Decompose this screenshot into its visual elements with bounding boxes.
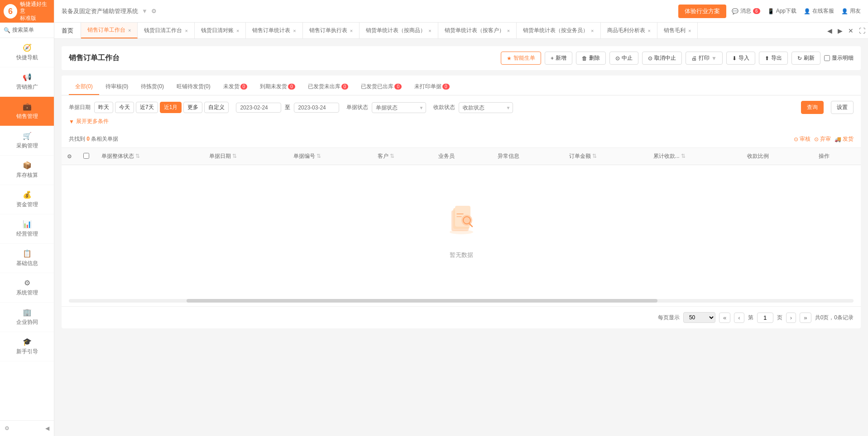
filter-tab-not-printed[interactable]: 未打印单据0	[408, 79, 456, 95]
filter-tab-overdue-not-shipped[interactable]: 到期未发货0	[254, 79, 302, 95]
smart-create-button[interactable]: ★ 智能生单	[501, 52, 541, 65]
industry-solution-button[interactable]: 体验行业方案	[678, 5, 726, 18]
system-title: 装备及固定资产辅助管理系统 ▼ ⚙	[62, 7, 673, 15]
last-page-button[interactable]: »	[800, 313, 811, 323]
tab-sales-stats-customer[interactable]: 销货单统计表（按客户）×	[438, 23, 517, 38]
date-yesterday-button[interactable]: 昨天	[94, 102, 113, 113]
sidebar-item-base-info[interactable]: 📋基础信息	[0, 244, 54, 273]
filter-tab-pending-inspect[interactable]: 待拣货(0)	[134, 79, 170, 95]
main-content: 装备及固定资产辅助管理系统 ▼ ⚙ 体验行业方案 💬 消息 6 📱 App下载 …	[54, 0, 868, 436]
online-service-button[interactable]: 👤 在线客服	[804, 7, 834, 15]
tab-close-sales-stats-staff[interactable]: ×	[591, 28, 594, 33]
sidebar-item-quick-nav[interactable]: 🧭快捷导航	[0, 38, 54, 67]
prev-page-button[interactable]: ‹	[734, 313, 744, 323]
date-7days-button[interactable]: 近7天	[136, 102, 158, 113]
status-select[interactable]: 单据状态	[372, 102, 426, 113]
col-date: 单据日期⇅	[204, 148, 288, 165]
show-detail-input[interactable]	[824, 55, 830, 61]
filter-tab-not-shipped[interactable]: 未发货0	[217, 79, 254, 95]
delete-button[interactable]: 🗑删除	[576, 52, 606, 65]
next-page-button[interactable]: ›	[786, 313, 796, 323]
page-number-input[interactable]	[757, 313, 773, 323]
date-range-buttons: 昨天 今天 近7天 近1月 更多 自定义	[94, 102, 229, 113]
tab-close-sales-stats-product[interactable]: ×	[428, 28, 431, 33]
tab-maximize-button[interactable]: ⛶	[856, 24, 868, 38]
page-content: 销售订单工作台 ★ 智能生单 +新增 🗑删除 ⊙中止 ⊙取消中止	[54, 39, 868, 436]
app-download-button[interactable]: 📱 App下载	[767, 7, 796, 15]
tab-close-all-button[interactable]: ✕	[845, 24, 856, 38]
settings-icon[interactable]: ⚙	[5, 425, 10, 431]
collapse-icon[interactable]: ◀	[45, 425, 49, 431]
tab-sales-stats-staff[interactable]: 销货单统计表（按业务员）×	[517, 23, 600, 38]
sidebar-item-operations[interactable]: 📊经营管理	[0, 214, 54, 244]
show-detail-checkbox[interactable]: 显示明细	[824, 54, 854, 62]
sidebar-item-sales[interactable]: 💼销售管理	[0, 97, 54, 126]
date-more-button[interactable]: 更多	[183, 102, 202, 113]
tab-close-cash-daily[interactable]: ×	[185, 28, 187, 33]
page-size-select[interactable]: 50 20 100	[683, 312, 715, 323]
tab-sales-stats-product[interactable]: 销货单统计表（按商品）×	[360, 23, 438, 38]
tab-close-sales-exec[interactable]: ×	[350, 28, 353, 33]
sidebar-item-inventory[interactable]: 📦库存核算	[0, 156, 54, 185]
export-button[interactable]: ⬆导出	[759, 52, 788, 65]
settings-button[interactable]: 设置	[831, 101, 854, 114]
tab-prev-button[interactable]: ◀	[825, 24, 835, 38]
tab-next-button[interactable]: ▶	[835, 24, 845, 38]
filter-tab-pending-review[interactable]: 待审核(0)	[99, 79, 135, 95]
tab-close-sales-stats[interactable]: ×	[293, 28, 296, 33]
col-settings-icon[interactable]: ⚙	[67, 153, 72, 160]
sidebar-item-marketing[interactable]: 📢营销推广	[0, 67, 54, 97]
sidebar-item-enterprise[interactable]: 🏢企业协同	[0, 303, 54, 332]
select-all-checkbox[interactable]	[83, 153, 89, 159]
refresh-button[interactable]: ↻刷新	[791, 52, 820, 65]
filter-tab-shipped-out[interactable]: 已发货已出库0	[355, 79, 408, 95]
revoke-button[interactable]: ⊙ 弃审	[814, 135, 831, 143]
print-button[interactable]: 🖨打印 ▼	[686, 52, 723, 65]
query-button[interactable]: 查询	[801, 101, 824, 114]
add-button[interactable]: +新增	[545, 52, 572, 65]
tab-close-sales-stats-customer[interactable]: ×	[507, 28, 510, 33]
messages-button[interactable]: 💬 消息 6	[732, 7, 760, 15]
date-end-input[interactable]	[294, 103, 339, 113]
sidebar-item-beginner[interactable]: 🎓新手引导	[0, 332, 54, 361]
table-count: 共找到 0 条相关单据	[69, 135, 118, 143]
tab-product-margin[interactable]: 商品毛利分析表×	[601, 23, 657, 38]
date-start-input[interactable]	[236, 103, 281, 113]
revoke-icon: ⊙	[814, 136, 819, 142]
date-1month-button[interactable]: 近1月	[160, 102, 182, 113]
sidebar-item-purchase[interactable]: 🛒采购管理	[0, 126, 54, 156]
expand-conditions-button[interactable]: ▼ 展开更多条件	[69, 118, 854, 125]
import-button[interactable]: ⬇导入	[726, 52, 755, 65]
table-bulk-actions: ⊙ 审核 ⊙ 弃审 🚚 发货	[794, 135, 854, 143]
cancel-stop-button[interactable]: ⊙取消中止	[642, 52, 682, 65]
sidebar-item-finance[interactable]: 💰资金管理	[0, 185, 54, 214]
filter-tab-all[interactable]: 全部(0)	[69, 79, 99, 95]
date-custom-button[interactable]: 自定义	[204, 102, 229, 113]
search-menu[interactable]: 🔍 搜索菜单	[0, 23, 54, 38]
ship-button[interactable]: 🚚 发货	[834, 135, 854, 143]
filter-tab-shipped-not-out[interactable]: 已发货未出库0	[302, 79, 355, 95]
tab-home[interactable]: 首页	[54, 23, 81, 38]
user-avatar[interactable]: 👤 用友	[841, 7, 861, 15]
tab-sales-profit[interactable]: 销售毛利×	[657, 23, 698, 38]
tab-close-cash-reconcile[interactable]: ×	[236, 28, 239, 33]
date-today-button[interactable]: 今天	[115, 102, 134, 113]
payment-select[interactable]: 收款状态	[459, 102, 513, 113]
stop-button[interactable]: ⊙中止	[609, 52, 638, 65]
empty-icon	[62, 201, 861, 244]
horizontal-scrollbar[interactable]	[62, 295, 861, 306]
tab-sales-exec[interactable]: 销售订单执行表×	[303, 23, 360, 38]
sidebar-item-system[interactable]: ⚙系统管理	[0, 273, 54, 303]
audit-button[interactable]: ⊙ 审核	[794, 135, 810, 143]
filter-tab-wangpu-pending[interactable]: 旺铺待发货(0)	[170, 79, 217, 95]
tab-close-sales-profit[interactable]: ×	[688, 28, 691, 33]
tab-cash-daily[interactable]: 钱货日清工作台×	[138, 23, 194, 38]
tab-cash-reconcile[interactable]: 钱货日清对账×	[195, 23, 246, 38]
first-page-button[interactable]: «	[719, 313, 730, 323]
tab-sales-order[interactable]: 销售订单工作台×	[81, 23, 138, 38]
tab-close-sales-order[interactable]: ×	[128, 28, 131, 33]
tab-close-product-margin[interactable]: ×	[648, 28, 651, 33]
tab-sales-stats[interactable]: 销售订单统计表×	[246, 23, 302, 38]
settings-gear[interactable]: ⚙	[151, 8, 157, 14]
scroll-thumb[interactable]	[187, 299, 657, 303]
